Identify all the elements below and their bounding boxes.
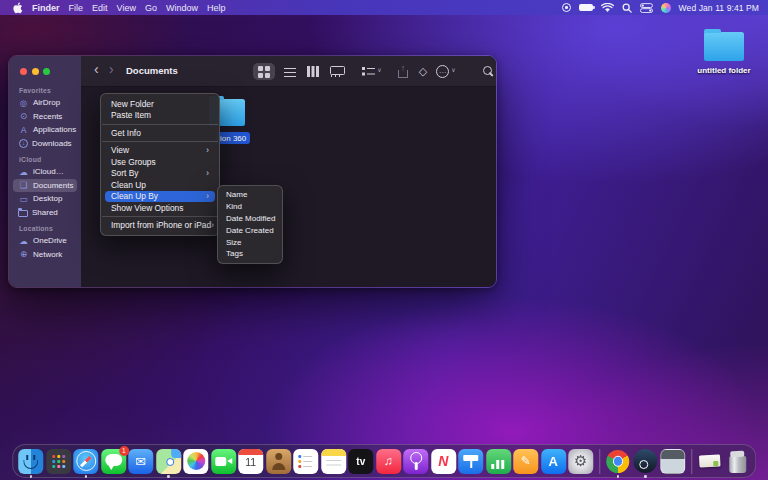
dock-keynote[interactable] [458,449,483,474]
sidebar-item-recents[interactable]: ⊙Recents [13,110,77,124]
back-button[interactable]: ‹ [94,62,99,76]
menubar-menu-window[interactable]: Window [166,3,198,13]
menubar-menu-file[interactable]: File [69,3,84,13]
notes-icon [321,449,346,474]
onedrive-icon: ☁ [18,236,29,246]
dock-finder[interactable] [18,449,43,474]
group-by-button[interactable]: ∨ [357,63,387,80]
context-menu-item-sort-by[interactable]: Sort By› [105,168,215,180]
more-actions-button[interactable]: …∨ [432,63,460,80]
calendar-date-label: 11 [238,456,263,468]
battery-icon[interactable] [579,4,593,11]
dock-chrome[interactable] [605,449,630,474]
sidebar-item-airdrop[interactable]: ◎AirDrop [13,96,77,110]
dock-contacts[interactable] [266,449,291,474]
sidebar-item-onedrive[interactable]: ☁OneDrive [13,234,77,248]
dock-photos[interactable] [183,449,208,474]
sidebar-item-applications[interactable]: AApplications [13,123,77,137]
apple-tv-icon [348,449,373,474]
dock-downloads-stack[interactable] [697,449,722,474]
minimize-button[interactable] [32,68,39,75]
submenu-item-name[interactable]: Name [221,189,279,201]
dock-messages[interactable]: 1 [101,449,126,474]
icon-view-button[interactable] [253,63,275,80]
apple-menu[interactable] [0,2,32,14]
dock-notes[interactable] [321,449,346,474]
menubar-menu-help[interactable]: Help [207,3,226,13]
submenu-item-size[interactable]: Size [221,236,279,248]
dock-mail[interactable] [128,449,153,474]
sidebar-item-shared[interactable]: Shared [13,206,77,220]
context-menu-item-new-folder[interactable]: New Folder [105,98,215,110]
screen-record-icon[interactable] [562,3,571,12]
context-menu-item-use-groups[interactable]: Use Groups [105,156,215,168]
dock-safari[interactable] [73,449,98,474]
column-view-button[interactable] [302,63,324,80]
dock-minimized-window[interactable] [660,449,685,474]
dock-divider [691,449,692,474]
sidebar-item-icloud[interactable]: ☁iCloud… [13,165,77,179]
dock-music[interactable] [376,449,401,474]
submenu-item-date-modified[interactable]: Date Modified [221,213,279,225]
dock-podcasts[interactable] [403,449,428,474]
sidebar-item-network[interactable]: ⊕Network [13,248,77,262]
close-button[interactable] [20,68,27,75]
zoom-button[interactable] [43,68,50,75]
dock-facetime[interactable] [211,449,236,474]
context-menu-item-paste-item[interactable]: Paste Item [105,110,215,122]
sidebar-item-downloads[interactable]: ↓Downloads [13,137,77,151]
sidebar-item-label: Shared [32,208,58,217]
submenu-item-date-created[interactable]: Date Created [221,224,279,236]
context-menu-item-get-info[interactable]: Get Info [105,127,215,139]
sidebar-section-label: Locations [9,219,81,234]
sidebar-section-label: iCloud [9,150,81,165]
pages-icon [513,449,538,474]
submenu-arrow-icon: › [206,169,209,177]
context-menu-item-clean-up[interactable]: Clean Up [105,179,215,191]
dock-launchpad[interactable] [46,449,71,474]
news-icon [431,449,456,474]
menu-item-label: Import from iPhone or iPad [111,220,211,230]
dock: 111 [12,444,756,478]
control-center-icon[interactable] [640,3,653,13]
sidebar-item-documents[interactable]: ❏Documents [13,179,77,193]
context-menu-item-clean-up-by[interactable]: Clean Up By› [105,191,215,203]
dock-steam[interactable] [633,449,658,474]
menubar-menu-view[interactable]: View [117,3,136,13]
share-button[interactable]: ↑ [392,63,414,80]
gallery-view-button[interactable] [325,63,347,80]
chevron-down-icon: ∨ [451,66,455,73]
search-button[interactable] [478,63,497,80]
running-indicator [167,475,170,478]
dock-numbers[interactable] [486,449,511,474]
siri-icon[interactable] [661,3,671,13]
dock-trash[interactable] [725,449,750,474]
folder-icon [704,32,744,61]
dock-system-preferences[interactable] [568,449,593,474]
dock-pages[interactable] [513,449,538,474]
context-menu-item-import-from-iphone-or-ipad[interactable]: Import from iPhone or iPad› [105,220,215,232]
chevron-down-icon: ∨ [377,66,381,73]
documents-icon: ❏ [18,180,29,190]
menubar-menu-finder[interactable]: Finder [32,3,60,13]
dock-maps[interactable] [156,449,181,474]
menubar-clock[interactable]: Wed Jan 11 9:41 PM [679,3,759,13]
wifi-icon[interactable] [601,3,614,13]
dock-news[interactable] [431,449,456,474]
menubar-menu-go[interactable]: Go [145,3,157,13]
search-icon[interactable] [622,3,632,13]
menubar-menu-edit[interactable]: Edit [92,3,108,13]
dock-app-store[interactable] [541,449,566,474]
tags-button[interactable]: ◇ [412,63,434,80]
submenu-item-tags[interactable]: Tags [221,248,279,260]
dock-apple-tv[interactable] [348,449,373,474]
submenu-item-kind[interactable]: Kind [221,201,279,213]
sidebar-item-desktop[interactable]: ▭Desktop [13,192,77,206]
dock-reminders[interactable] [293,449,318,474]
forward-button[interactable]: › [109,62,114,76]
context-menu-item-view[interactable]: View› [105,145,215,157]
context-menu-item-show-view-options[interactable]: Show View Options [105,202,215,214]
dock-calendar[interactable]: 11 [238,449,263,474]
list-view-button[interactable] [279,63,301,80]
desktop-icon-untitled-folder[interactable]: untitled folder [697,29,751,75]
